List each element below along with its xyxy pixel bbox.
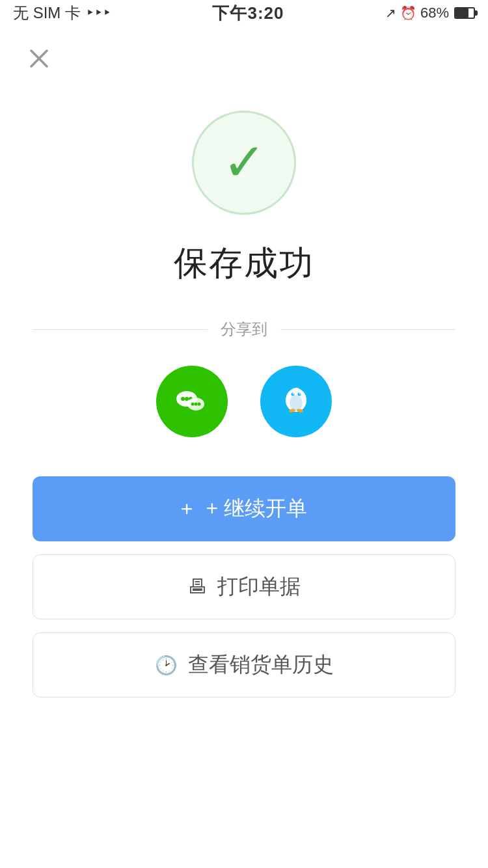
no-sim-text: 无 SIM 卡: [13, 3, 81, 23]
share-icons-row: [156, 366, 332, 437]
status-left: 无 SIM 卡 ‣‣‣: [13, 3, 111, 23]
svg-point-15: [299, 393, 301, 394]
continue-button[interactable]: + + 继续开单: [33, 476, 455, 541]
svg-point-7: [191, 403, 195, 406]
status-right: ↗ ⏰ 68%: [385, 5, 475, 21]
share-divider-text: 分享到: [221, 319, 267, 340]
divider-line-left: [33, 329, 208, 330]
svg-point-17: [290, 395, 303, 411]
history-button[interactable]: 🕑 查看销货单历史: [33, 632, 455, 698]
close-button[interactable]: [20, 39, 59, 78]
success-circle: ✓: [192, 111, 296, 215]
action-buttons: + + 继续开单 🖶 打印单据 🕑 查看销货单历史: [33, 476, 455, 698]
main-content: ✓ 保存成功 分享到: [0, 78, 488, 868]
location-icon: ↗: [385, 5, 396, 21]
qq-icon: [277, 382, 316, 421]
printer-icon: 🖶: [187, 576, 207, 598]
share-wechat-button[interactable]: [156, 366, 228, 437]
checkmark-icon: ✓: [223, 137, 266, 189]
print-button-label: 打印单据: [217, 573, 301, 601]
share-qq-button[interactable]: [260, 366, 332, 437]
battery-text: 68%: [420, 5, 449, 21]
print-button[interactable]: 🖶 打印单据: [33, 554, 455, 619]
plus-icon: +: [181, 497, 193, 521]
status-bar: 无 SIM 卡 ‣‣‣ 下午3:20 ↗ ⏰ 68%: [0, 0, 488, 26]
svg-point-8: [195, 403, 198, 406]
wifi-icon: ‣‣‣: [86, 5, 111, 21]
status-time: 下午3:20: [212, 2, 284, 25]
alarm-icon: ⏰: [400, 5, 416, 21]
battery-icon: [454, 7, 475, 19]
svg-point-9: [198, 403, 201, 406]
continue-button-label: + 继续开单: [206, 495, 308, 523]
history-button-label: 查看销货单历史: [188, 651, 334, 679]
svg-point-4: [185, 397, 189, 401]
success-title: 保存成功: [174, 241, 314, 286]
share-divider: 分享到: [33, 319, 455, 340]
clock-icon: 🕑: [155, 655, 178, 676]
close-icon: [27, 47, 51, 70]
svg-point-3: [181, 397, 185, 401]
svg-point-14: [293, 393, 294, 394]
divider-line-right: [280, 329, 455, 330]
wechat-icon: [172, 382, 211, 421]
